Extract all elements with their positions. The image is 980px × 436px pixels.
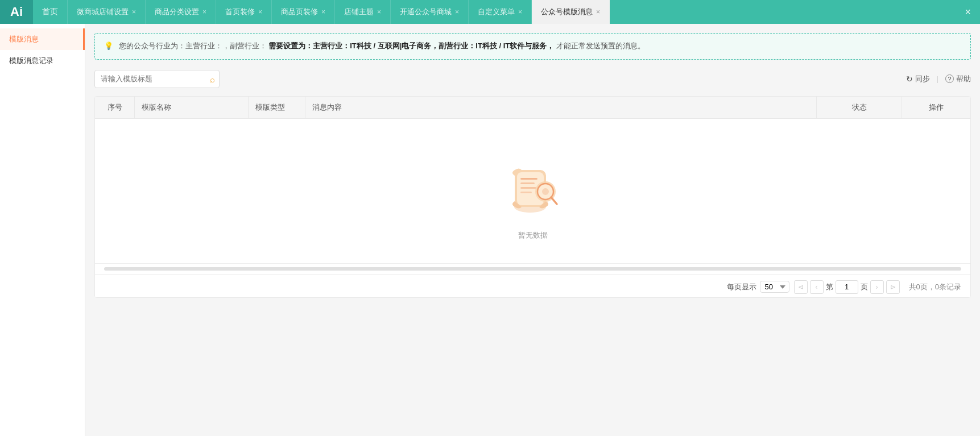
tab-template-msg-close[interactable]: × [596, 8, 600, 16]
help-label: 帮助 [956, 74, 971, 84]
sync-label: 同步 [915, 74, 930, 84]
tab-custom-menu-label: 自定义菜单 [478, 7, 515, 17]
sidebar-item-template-msg[interactable]: 模版消息 [0, 28, 85, 50]
tab-custom-menu[interactable]: 自定义菜单 × [469, 0, 532, 24]
page-size-label: 每页显示 [727, 282, 756, 292]
tab-bar: Ai 首页 微商城店铺设置 × 商品分类设置 × 首页装修 × 商品页装修 × … [0, 0, 980, 24]
search-actions: ↻ 同步 | ? 帮助 [906, 74, 971, 84]
page-first-button[interactable]: ⊲ [794, 280, 808, 294]
tab-product-decorate[interactable]: 商品页装修 × [272, 0, 335, 24]
page-unit: 页 [861, 282, 868, 292]
page-next-button[interactable]: › [870, 280, 884, 294]
data-table: 序号 模版名称 模版类型 消息内容 状态 操作 [94, 96, 971, 298]
tab-wshop-setting[interactable]: 微商城店铺设置 × [68, 0, 146, 24]
tab-home-decorate-close[interactable]: × [258, 8, 262, 16]
help-icon: ? [945, 74, 954, 83]
tab-shop-theme-close[interactable]: × [377, 8, 381, 16]
sidebar: 模版消息 模版消息记录 [0, 24, 85, 436]
tab-product-decorate-close[interactable]: × [321, 8, 325, 16]
search-input[interactable] [94, 70, 220, 88]
scrollbar-track[interactable] [104, 267, 961, 271]
page-prev-button[interactable]: ‹ [810, 280, 824, 294]
th-type: 模版类型 [249, 97, 305, 118]
notice-highlight-text: 需要设置为：主营行业：IT科技 / 互联网|电子商务，副营行业：IT科技 / I… [268, 41, 554, 50]
sidebar-item-template-msg-records[interactable]: 模版消息记录 [0, 50, 85, 72]
page-number-input[interactable] [836, 280, 858, 294]
tab-open-wechat-shop-close[interactable]: × [455, 8, 459, 16]
page-size-dropdown[interactable]: 10 20 50 100 [760, 281, 789, 293]
tab-custom-menu-close[interactable]: × [518, 8, 522, 16]
search-icon[interactable]: ⌕ [210, 74, 215, 84]
tab-home-decorate-label: 首页装修 [225, 7, 255, 17]
notice-box: 💡 您的公众号行业为：主营行业：，副营行业： 需要设置为：主营行业：IT科技 /… [94, 33, 971, 60]
table-header: 序号 模版名称 模版类型 消息内容 状态 操作 [95, 97, 970, 119]
svg-rect-3 [520, 178, 537, 180]
main-layout: 模版消息 模版消息记录 💡 您的公众号行业为：主营行业：，副营行业： 需要设置为… [0, 24, 980, 436]
help-button[interactable]: ? 帮助 [945, 74, 971, 84]
th-action: 操作 [902, 97, 970, 118]
tab-home-decorate[interactable]: 首页装修 × [216, 0, 272, 24]
main-content: 💡 您的公众号行业为：主营行业：，副营行业： 需要设置为：主营行业：IT科技 /… [85, 24, 980, 436]
sync-button[interactable]: ↻ 同步 [906, 74, 930, 84]
tab-product-decorate-label: 商品页装修 [281, 7, 318, 17]
tab-shop-theme[interactable]: 店铺主题 × [335, 0, 391, 24]
th-name: 模版名称 [135, 97, 249, 118]
notice-icon: 💡 [104, 41, 113, 50]
tab-template-msg-label: 公众号模版消息 [541, 7, 593, 17]
svg-rect-6 [520, 192, 532, 193]
tab-open-wechat-shop-label: 开通公众号商城 [400, 7, 452, 17]
page-nav: ⊲ ‹ 第 页 › ⊳ [794, 280, 900, 294]
svg-rect-5 [520, 187, 536, 189]
toolbar-divider: | [937, 74, 938, 83]
tab-open-wechat-shop[interactable]: 开通公众号商城 × [391, 0, 469, 24]
tab-bar-global-close[interactable]: × [956, 6, 980, 18]
svg-point-10 [542, 188, 549, 195]
svg-line-9 [551, 197, 557, 204]
pagination: 每页显示 10 20 50 100 ⊲ ‹ 第 页 [95, 274, 970, 297]
empty-state: 暂无数据 [95, 119, 970, 263]
notice-suffix-text: 才能正常发送预置的消息。 [556, 41, 645, 50]
empty-illustration [499, 153, 567, 221]
search-bar: ⌕ ↻ 同步 | ? 帮助 [94, 70, 971, 88]
tab-category-setting[interactable]: 商品分类设置 × [146, 0, 216, 24]
notice-prefix-text: 您的公众号行业为：主营行业：，副营行业： [119, 41, 267, 50]
tab-wshop-setting-label: 微商城店铺设置 [77, 7, 129, 17]
search-input-wrap: ⌕ [94, 70, 220, 88]
page-last-button[interactable]: ⊳ [886, 280, 900, 294]
page-label: 第 [826, 282, 833, 292]
tab-template-msg[interactable]: 公众号模版消息 × [532, 0, 610, 24]
sidebar-item-template-msg-label: 模版消息 [9, 35, 39, 43]
scrollbar-wrap [95, 263, 970, 274]
tab-home-label: 首页 [42, 7, 58, 17]
empty-text: 暂无数据 [518, 230, 548, 240]
app-logo: Ai [0, 0, 33, 24]
tab-home[interactable]: 首页 [33, 0, 68, 24]
page-size-select: 每页显示 10 20 50 100 [727, 281, 789, 293]
th-status: 状态 [817, 97, 902, 118]
th-content: 消息内容 [305, 97, 817, 118]
th-seq: 序号 [95, 97, 135, 118]
sync-icon: ↻ [906, 74, 913, 84]
page-total-text: 共0页，0条记录 [909, 282, 961, 292]
tab-shop-theme-label: 店铺主题 [344, 7, 374, 17]
tab-wshop-setting-close[interactable]: × [132, 8, 136, 16]
tab-category-setting-label: 商品分类设置 [155, 7, 199, 17]
svg-rect-4 [520, 182, 535, 184]
tab-category-setting-close[interactable]: × [202, 8, 206, 16]
sidebar-item-template-msg-records-label: 模版消息记录 [9, 56, 53, 65]
